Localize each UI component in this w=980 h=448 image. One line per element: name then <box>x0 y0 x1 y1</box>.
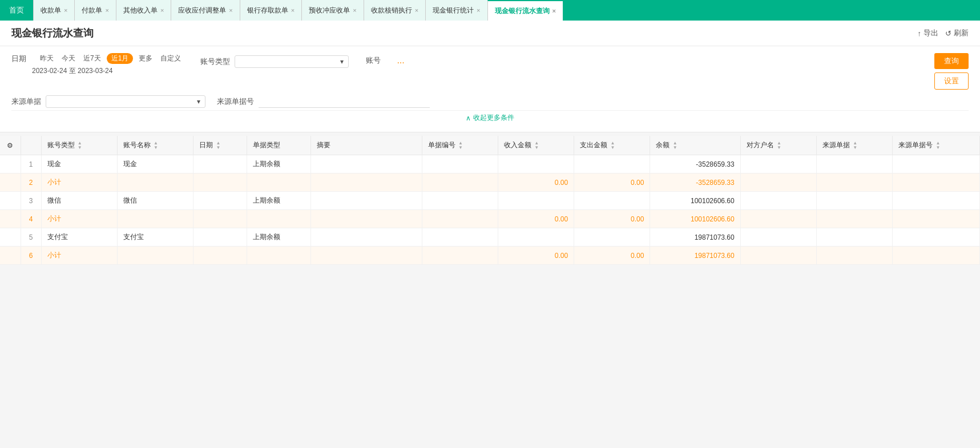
cell-expense <box>574 192 650 210</box>
cell-account_name <box>117 210 193 228</box>
nav-tab-tongji[interactable]: 现金银行统计 × <box>425 0 487 21</box>
page-header: 现金银行流水查询 ↑ 导出 ↺ 刷新 <box>0 21 980 46</box>
col-date[interactable]: 日期 ▲▼ <box>193 136 247 155</box>
refresh-button[interactable]: ↺ 刷新 <box>945 28 969 38</box>
cell-account_name: 微信 <box>117 192 193 210</box>
table-wrapper: ⚙ 账号类型 ▲▼ 账号名称 ▲▼ 日期 ▲▼ 单据类型 摘要 单据编号 ▲▼ … <box>0 136 980 265</box>
nav-tab-hexiao[interactable]: 收款核销执行 × <box>364 0 425 21</box>
col-doc-no[interactable]: 单据编号 ▲▼ <box>422 136 498 155</box>
cell-balance: 100102606.60 <box>650 210 740 228</box>
col-idx <box>21 136 41 155</box>
source-doc-select[interactable]: ▾ <box>46 95 205 108</box>
nav-tab-yinhang[interactable]: 银行存取款单 × <box>240 0 301 21</box>
date-option-yesterday[interactable]: 昨天 <box>38 53 56 64</box>
chevron-down-icon: ▾ <box>340 58 344 66</box>
close-icon[interactable]: × <box>353 7 356 14</box>
cell-account_name: 支付宝 <box>117 228 193 247</box>
col-source-doc-no[interactable]: 来源单据号 ▲▼ <box>893 136 980 155</box>
col-account-type[interactable]: 账号类型 ▲▼ <box>41 136 117 155</box>
source-doc-no-input[interactable] <box>259 96 430 108</box>
cell-doc_no <box>422 210 498 228</box>
cell-expense <box>574 228 650 247</box>
close-icon[interactable]: × <box>291 7 295 14</box>
cell-summary <box>311 173 422 192</box>
nav-tab-fukuandan[interactable]: 付款单 × <box>74 0 115 21</box>
col-source-doc[interactable]: 来源单据 ▲▼ <box>816 136 892 155</box>
close-icon[interactable]: × <box>552 7 556 14</box>
date-option-more[interactable]: 更多 <box>136 53 155 64</box>
cell-source_doc <box>816 210 892 228</box>
cell-source_doc_no <box>893 247 980 265</box>
nav-tab-yushou[interactable]: 预收冲应收单 × <box>301 0 363 21</box>
table-row: 5支付宝支付宝上期余额19871073.60 <box>0 228 980 247</box>
nav-home[interactable]: 首页 <box>0 0 33 21</box>
collapse-bar[interactable]: ∧ 收起更多条件 <box>11 110 969 125</box>
table-header-row: ⚙ 账号类型 ▲▼ 账号名称 ▲▼ 日期 ▲▼ 单据类型 摘要 单据编号 ▲▼ … <box>0 136 980 155</box>
col-balance[interactable]: 余额 ▲▼ <box>650 136 740 155</box>
table-row: 2小计0.000.00-3528659.33 <box>0 173 980 192</box>
cell-source_doc <box>816 247 892 265</box>
dots-button[interactable]: ... <box>397 55 404 66</box>
cell-date <box>193 228 247 247</box>
cell-account_name: 现金 <box>117 155 193 173</box>
cell-doc_type: 上期余额 <box>247 192 311 210</box>
settings-button[interactable]: 设置 <box>934 72 969 90</box>
col-account-name[interactable]: 账号名称 ▲▼ <box>117 136 193 155</box>
query-button[interactable]: 查询 <box>934 53 969 69</box>
col-counterpart[interactable]: 对方户名 ▲▼ <box>740 136 816 155</box>
cell-date <box>193 155 247 173</box>
cell-idx: 4 <box>21 210 41 228</box>
nav-tab-liushui[interactable]: 现金银行流水查询 × <box>487 0 563 21</box>
cell-date <box>193 210 247 228</box>
cell-idx: 1 <box>21 155 41 173</box>
nav-tab-yingshouyingfu[interactable]: 应收应付调整单 × <box>171 0 239 21</box>
cell-doc_no <box>422 173 498 192</box>
cell-source_doc <box>816 173 892 192</box>
cell-source_doc <box>816 228 892 247</box>
cell-summary <box>311 247 422 265</box>
cell-source_doc_no <box>893 210 980 228</box>
top-nav: 首页 收款单 × 付款单 × 其他收入单 × 应收应付调整单 × 银行存取款单 … <box>0 0 980 21</box>
cell-balance: -3528659.33 <box>650 173 740 192</box>
cell-counterpart <box>740 247 816 265</box>
cell-expense: 0.00 <box>574 210 650 228</box>
col-gear[interactable]: ⚙ <box>0 136 21 155</box>
col-income[interactable]: 收入金额 ▲▼ <box>498 136 574 155</box>
source-doc-no-label: 来源单据号 <box>217 96 254 107</box>
cell-summary <box>311 192 422 210</box>
close-icon[interactable]: × <box>105 7 108 14</box>
close-icon[interactable]: × <box>160 7 164 14</box>
cell-gear <box>0 210 21 228</box>
cell-doc_type <box>247 210 311 228</box>
cell-account_type: 现金 <box>41 155 117 173</box>
cell-account_name <box>117 173 193 192</box>
cell-doc_no <box>422 155 498 173</box>
cell-source_doc_no <box>893 173 980 192</box>
account-type-select[interactable]: ▾ <box>235 55 349 68</box>
cell-doc_type <box>247 247 311 265</box>
cell-doc_no <box>422 247 498 265</box>
date-option-7days[interactable]: 近7天 <box>81 53 103 64</box>
source-doc-label: 来源单据 <box>11 96 41 107</box>
cell-summary <box>311 210 422 228</box>
cell-doc_no <box>422 192 498 210</box>
cell-source_doc_no <box>893 192 980 210</box>
close-icon[interactable]: × <box>415 7 418 14</box>
close-icon[interactable]: × <box>64 7 67 14</box>
table-row: 3微信微信上期余额100102606.60 <box>0 192 980 210</box>
date-option-1month[interactable]: 近1月 <box>107 53 134 64</box>
date-option-custom[interactable]: 自定义 <box>158 53 183 64</box>
close-icon[interactable]: × <box>229 7 232 14</box>
cell-account_type: 支付宝 <box>41 228 117 247</box>
date-option-today[interactable]: 今天 <box>59 53 78 64</box>
col-expense[interactable]: 支出金额 ▲▼ <box>574 136 650 155</box>
cell-date <box>193 192 247 210</box>
cell-summary <box>311 228 422 247</box>
nav-tab-shoukuandan[interactable]: 收款单 × <box>33 0 74 21</box>
nav-tab-qitashouru[interactable]: 其他收入单 × <box>116 0 171 21</box>
close-icon[interactable]: × <box>477 7 480 14</box>
export-button[interactable]: ↑ 导出 <box>918 28 939 38</box>
cell-expense: 0.00 <box>574 247 650 265</box>
cell-source_doc <box>816 155 892 173</box>
table-body: 1现金现金上期余额-3528659.332小计0.000.00-3528659.… <box>0 155 980 265</box>
